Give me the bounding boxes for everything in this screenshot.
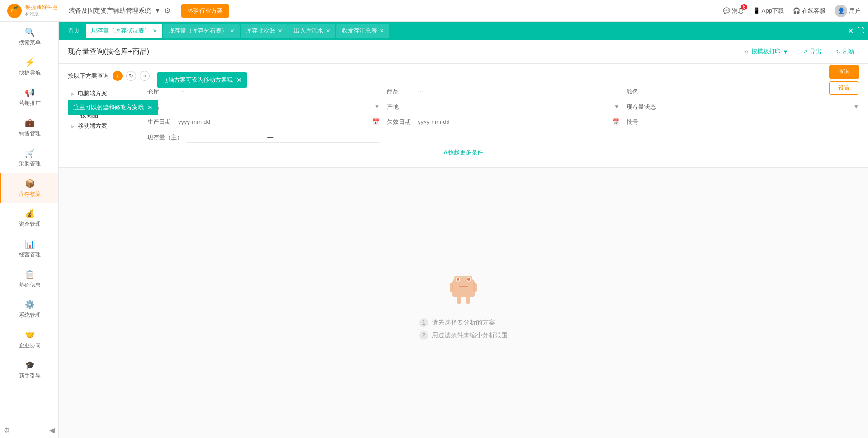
tab-batch-close[interactable]: ✕ [278, 28, 282, 34]
svg-point-5 [467, 278, 470, 281]
sidebar-collapse-button[interactable]: ◀ [49, 426, 55, 434]
tab-inventory-status-label: 现存量（库存状况表） [91, 27, 150, 35]
stock-main-from[interactable] [186, 134, 264, 141]
svg-rect-9 [457, 297, 461, 304]
header-actions: 🖨 按模板打印 ▼ ↗ 导出 ↻ 刷新 [739, 45, 859, 58]
sidebar-settings-button[interactable]: ⚙ [4, 426, 10, 434]
filter-header: 按以下方案查询 + ↻ « 电脑方案可设为移动方案哦 ✕ [68, 71, 859, 81]
filter-add-button[interactable]: + [113, 71, 123, 81]
empty-tip-1: 1 请先选择要分析的方案 [419, 318, 508, 327]
tab-bar: 首页 现存量（库存状况表） ✕ 现存量（库存分布表） ✕ 库存批次账 ✕ 出入库… [59, 22, 868, 40]
marketing-icon: 📢 [25, 88, 35, 98]
message-item[interactable]: 💬 消息 6 [723, 7, 744, 15]
expire-date-input[interactable] [418, 118, 612, 125]
sidebar-item-search[interactable]: 🔍 搜索菜单 [0, 22, 58, 52]
sidebar-label-operations: 经营管理 [19, 251, 41, 259]
tab-batch[interactable]: 库存批次账 ✕ [241, 24, 288, 38]
refresh-button[interactable]: ↻ 刷新 [831, 45, 859, 58]
warehouse-value[interactable] [188, 86, 380, 97]
filter-label: 按以下方案查询 [68, 72, 109, 80]
sidebar-item-system[interactable]: ⚙️ 系统管理 [0, 294, 58, 325]
sales-icon: 💼 [25, 118, 35, 128]
headset-icon: 🎧 [793, 7, 800, 14]
filter-back-button[interactable]: « [140, 71, 150, 81]
filter-refresh-button[interactable]: ↻ [126, 71, 136, 81]
tab-inventory-status-close[interactable]: ✕ [153, 28, 157, 34]
sidebar-item-marketing[interactable]: 📢 营销推广 [0, 82, 58, 113]
sidebar-item-inventory[interactable]: 📦 库存核算 [0, 173, 58, 203]
print-label: 按模板打印 [751, 47, 781, 56]
online-support-item[interactable]: 🎧 在线客服 [793, 7, 826, 15]
system-gear-button[interactable]: ⚙ [164, 6, 170, 15]
cooperation-icon: 🤝 [25, 330, 35, 340]
sidebar-item-quicknav[interactable]: ⚡ 快捷导航 [0, 52, 58, 82]
print-icon: 🖨 [744, 48, 750, 55]
scheme-pc[interactable]: ▶ 电脑端方案 [68, 88, 140, 99]
stock-main-dash: — [267, 134, 273, 141]
stock-status-label: 现存量状态 [627, 103, 656, 111]
field-prod-date: 生产日期 📅 [147, 117, 380, 127]
field-stock-status: 现存量状态 ▼ [627, 102, 859, 112]
system-icon: ⚙️ [25, 300, 35, 310]
tab-inout-flow-close[interactable]: ✕ [326, 28, 330, 34]
tooltip-create: 这里可以创建和修改方案哦 ✕ [68, 100, 158, 115]
empty-tip-2: 2 用过滤条件来缩小分析范围 [419, 331, 508, 340]
tab-inventory-dist-close[interactable]: ✕ [230, 28, 234, 34]
trial-button[interactable]: 体验行业方案 [181, 4, 229, 18]
prod-date-cal-icon[interactable]: 📅 [373, 118, 380, 125]
system-select-button[interactable]: ▼ [155, 7, 160, 14]
scheme-mobile-label: 移动端方案 [78, 122, 107, 130]
svg-rect-8 [473, 283, 477, 292]
expire-date-cal-icon[interactable]: 📅 [612, 118, 619, 125]
user-item[interactable]: 👤 用户 [835, 5, 861, 17]
export-button[interactable]: ↗ 导出 [798, 45, 826, 58]
sidebar-item-sales[interactable]: 💼 销售管理 [0, 113, 58, 143]
empty-illustration [441, 266, 486, 311]
stock-main-to[interactable] [277, 134, 354, 141]
logo-area: 🍊 畅捷通好生意 标准版 [7, 4, 58, 18]
product-value[interactable] [427, 86, 619, 97]
filter-fields: 仓库 ··· 商品 ··· 颜色 [147, 86, 859, 145]
message-icon: 💬 [723, 7, 730, 14]
tip-text-2: 用过滤条件来缩小分析范围 [432, 331, 508, 339]
tab-inout-flow[interactable]: 出入库流水 ✕ [288, 24, 335, 38]
print-button[interactable]: 🖨 按模板打印 ▼ [739, 45, 793, 58]
origin-chevron: ▼ [614, 104, 619, 110]
tab-summary-label: 收发存汇总表 [342, 27, 377, 35]
prod-date-label: 生产日期 [147, 118, 175, 126]
sidebar-item-guide[interactable]: 🎓 新手引导 [0, 355, 58, 385]
filter-row-1: 仓库 ··· 商品 ··· 颜色 [147, 86, 859, 97]
sidebar-item-cooperation[interactable]: 🤝 企业协同 [0, 325, 58, 355]
origin-select[interactable]: ▼ [418, 102, 619, 112]
window-close-button[interactable]: ✕ [848, 27, 854, 35]
tab-home[interactable]: 首页 [62, 24, 85, 38]
tab-inventory-status[interactable]: 现存量（库存状况表） ✕ [86, 24, 162, 38]
tooltip-scheme-text: 电脑方案可设为移动方案哦 [162, 76, 233, 84]
tooltip-scheme-close[interactable]: ✕ [236, 76, 242, 84]
prod-date-input[interactable] [178, 118, 373, 125]
query-button[interactable]: 查询 [829, 65, 859, 79]
settings-button[interactable]: 设置 [829, 81, 859, 95]
sidebar-item-finance[interactable]: 💰 资金管理 [0, 203, 58, 234]
app-download-item[interactable]: 📱 App下载 [753, 7, 784, 15]
tooltip-create-close[interactable]: ✕ [147, 104, 153, 111]
stock-status-select[interactable]: ▼ [660, 102, 859, 112]
expire-date-input-wrap: 📅 [418, 117, 619, 127]
tab-summary[interactable]: 收发存汇总表 ✕ [336, 24, 389, 38]
size-select[interactable]: ▼ [178, 102, 380, 112]
scheme-pc-arrow: ▶ [71, 91, 75, 96]
stock-main-range: — [186, 132, 380, 143]
brand-info: 畅捷通好生意 标准版 [25, 4, 58, 18]
sidebar-item-purchase[interactable]: 🛒 采购管理 [0, 143, 58, 173]
sidebar-item-basic[interactable]: 📋 基础信息 [0, 264, 58, 294]
batch-value[interactable] [657, 117, 859, 127]
window-maximize-button[interactable]: ⛶ [857, 27, 864, 35]
sidebar-label-basic: 基础信息 [19, 281, 41, 289]
tab-summary-close[interactable]: ✕ [380, 28, 384, 34]
scheme-mobile[interactable]: ▶ 移动端方案 [68, 121, 140, 132]
sidebar-item-operations[interactable]: 📊 经营管理 [0, 234, 58, 264]
collapse-bar[interactable]: ∧ 收起更多条件 [68, 145, 859, 160]
export-icon: ↗ [803, 48, 808, 55]
top-header: 🍊 畅捷通好生意 标准版 装备及固定资产辅助管理系统 ▼ ⚙ 体验行业方案 💬 … [0, 0, 868, 22]
tab-inventory-dist[interactable]: 现存量（库存分布表） ✕ [163, 24, 240, 38]
